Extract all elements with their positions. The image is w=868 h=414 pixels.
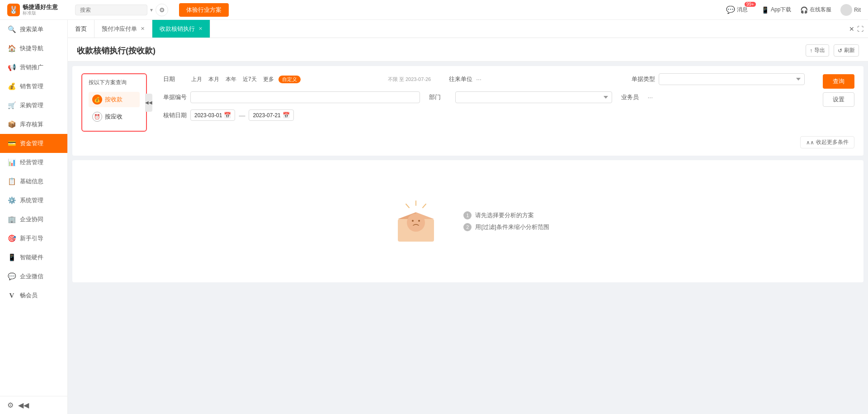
filter-row-1: 日期 上月 本月 本年 近7天 更多 自定义 [163, 73, 805, 85]
counterparty-field: 往来单位 ··· [449, 75, 622, 83]
filter-by-receipt[interactable]: 💰 按收款 [89, 92, 140, 107]
content-area: 首页 预付冲应付单 ✕ 收款核销执行 ✕ ✕ ⛶ 收款核销执行(按收款) [68, 20, 868, 414]
sidebar-item-label: 采购管理 [20, 101, 43, 109]
collapse-left-panel-btn[interactable]: ◀◀ [145, 94, 152, 112]
calendar-icon: 📅 [224, 112, 231, 119]
page-header: 收款核销执行(按收款) ↑ 导出 ↺ 刷新 [68, 38, 868, 62]
date-last-month[interactable]: 上月 [189, 75, 204, 84]
msg-btn[interactable]: 💬 消息 99+ [726, 5, 752, 14]
sidebar-item-business[interactable]: 📊 经营管理 [0, 153, 67, 172]
date-more[interactable]: 更多 [261, 75, 276, 84]
sidebar-item-system[interactable]: ⚙️ 系统管理 [0, 191, 67, 210]
filter-panel-inner: 按以下方案查询 💰 按收款 ⏰ 按应收 ◀◀ [81, 73, 854, 132]
sidebar-item-member[interactable]: V 畅会员 [0, 286, 67, 305]
collapse-sidebar-btn[interactable]: ◀◀ [18, 401, 29, 409]
tab-close-all-btn[interactable]: ✕ [849, 25, 854, 33]
date-range-separator: — [239, 112, 245, 119]
sidebar-item-guide[interactable]: 🎯 新手引导 [0, 229, 67, 248]
export-icon: ↑ [810, 48, 812, 54]
sidebar-item-finance[interactable]: 💳 资金管理 [0, 134, 67, 153]
voucher-no-input[interactable] [190, 91, 420, 103]
verify-date-label: 核销日期 [163, 111, 187, 119]
sidebar-item-sales[interactable]: 💰 销售管理 [0, 77, 67, 96]
sidebar-item-label: 系统管理 [20, 196, 43, 205]
msg-badge: 99+ [745, 2, 756, 7]
date-this-month[interactable]: 本月 [207, 75, 221, 84]
counterparty-label: 往来单位 [449, 75, 472, 83]
tab-expand-btn[interactable]: ⛶ [857, 25, 863, 33]
calendar-icon-end: 📅 [283, 112, 290, 119]
filter-by-receivable[interactable]: ⏰ 按应收 [89, 109, 140, 124]
gear-button[interactable]: ⚙ [156, 4, 168, 16]
logo-text: 畅捷通好生意 标准版 [23, 4, 58, 16]
search-input[interactable] [75, 5, 147, 15]
tab-receivable[interactable]: 收款核销执行 ✕ [152, 20, 210, 38]
svg-point-3 [407, 214, 425, 232]
user-name: Rit [854, 7, 861, 13]
search-icon: 🔍 [7, 25, 16, 33]
sidebar-item-label: 新手引导 [20, 234, 43, 243]
chart-icon: 📊 [7, 158, 16, 167]
query-btn[interactable]: 查询 [823, 74, 854, 89]
sidebar-item-label: 企业协同 [20, 215, 43, 224]
date-this-year[interactable]: 本年 [224, 75, 238, 84]
tip-num-2: 2 [463, 223, 472, 231]
collapse-more-btn[interactable]: ∧∧ 收起更多条件 [800, 136, 854, 148]
top-header: 🐰 畅捷通好生意 标准版 ▾ ⚙ 体验行业方案 💬 消息 99+ 📱 App下载… [0, 0, 868, 20]
industry-btn[interactable]: 体验行业方案 [179, 3, 229, 17]
sidebar-item-enterprise[interactable]: 🏢 企业协同 [0, 210, 67, 229]
filter-right: 日期 上月 本月 本年 近7天 更多 自定义 [147, 73, 854, 132]
settings-icon[interactable]: ⚙ [7, 401, 14, 409]
receivable-icon: ⏰ [92, 112, 102, 122]
filter-by-receivable-label: 按应收 [105, 113, 123, 121]
guide-icon: 🎯 [7, 234, 16, 243]
tab-home[interactable]: 首页 [68, 20, 94, 38]
sidebar-item-wechat[interactable]: 💬 企业微信 [0, 267, 67, 286]
sidebar-bottom: ⚙ ◀◀ [0, 396, 67, 414]
tab-home-label: 首页 [75, 25, 87, 33]
online-service-btn[interactable]: 🎧 在线客服 [800, 6, 831, 14]
export-btn[interactable]: ↑ 导出 [806, 44, 829, 57]
app-download-btn[interactable]: 📱 App下载 [761, 6, 791, 14]
voucher-type-field: 单据类型 [632, 73, 805, 85]
sidebar-item-basic[interactable]: 📋 基础信息 [0, 172, 67, 191]
date-7days[interactable]: 近7天 [241, 75, 259, 84]
voucher-type-select[interactable] [659, 73, 805, 85]
logo-area: 🐰 畅捷通好生意 标准版 [7, 4, 71, 16]
filter-form: 日期 上月 本月 本年 近7天 更多 自定义 [163, 73, 805, 132]
verify-date-end[interactable]: 2023-07-21 📅 [249, 109, 293, 121]
voucher-type-label: 单据类型 [632, 75, 655, 83]
enterprise-icon: 🏢 [7, 215, 16, 224]
verify-date-start[interactable]: 2023-03-01 📅 [190, 109, 235, 121]
tip-num-1: 1 [463, 211, 472, 219]
tab-prepay-close[interactable]: ✕ [141, 26, 145, 32]
staff-label: 业务员 [621, 93, 644, 101]
staff-input[interactable]: ··· [647, 94, 653, 101]
empty-tip-1-text: 请先选择要分析的方案 [475, 211, 534, 219]
sidebar-item-label: 畅会员 [20, 291, 38, 300]
sidebar-item-label: 搜索菜单 [20, 25, 43, 33]
header-right: 💬 消息 99+ 📱 App下载 🎧 在线客服 Rit [726, 4, 861, 16]
sidebar-item-quick-nav[interactable]: 🏠 快捷导航 [0, 39, 67, 58]
counterparty-input[interactable]: ··· [476, 76, 481, 83]
filter-settings-btn[interactable]: 设置 [823, 92, 854, 107]
tab-receivable-close[interactable]: ✕ [198, 26, 203, 32]
tab-prepay[interactable]: 预付冲应付单 ✕ [94, 20, 152, 38]
sidebar-item-inventory[interactable]: 📦 库存核算 [0, 115, 67, 134]
date-custom-badge[interactable]: 自定义 [278, 76, 301, 83]
sidebar-item-marketing[interactable]: 📢 营销推广 [0, 58, 67, 77]
verify-date-start-value: 2023-03-01 [194, 112, 222, 119]
export-label: 导出 [814, 47, 825, 54]
sidebar-item-search-menu[interactable]: 🔍 搜索菜单 [0, 20, 67, 39]
svg-point-4 [412, 220, 414, 222]
sidebar: 🔍 搜索菜单 🏠 快捷导航 📢 营销推广 💰 销售管理 🛒 采购管理 📦 库存核… [0, 20, 68, 414]
page-actions: ↑ 导出 ↺ 刷新 [806, 44, 859, 57]
dept-select[interactable] [455, 91, 613, 103]
user-area[interactable]: Rit [840, 4, 861, 16]
sidebar-item-hardware[interactable]: 📱 智能硬件 [0, 248, 67, 267]
empty-tip-2: 2 用[过滤]条件来缩小分析范围 [463, 223, 549, 231]
empty-tip-2-text: 用[过滤]条件来缩小分析范围 [475, 223, 549, 231]
chevron-down-icon[interactable]: ▾ [150, 7, 153, 13]
sidebar-item-purchase[interactable]: 🛒 采购管理 [0, 96, 67, 115]
refresh-btn[interactable]: ↺ 刷新 [834, 44, 859, 57]
